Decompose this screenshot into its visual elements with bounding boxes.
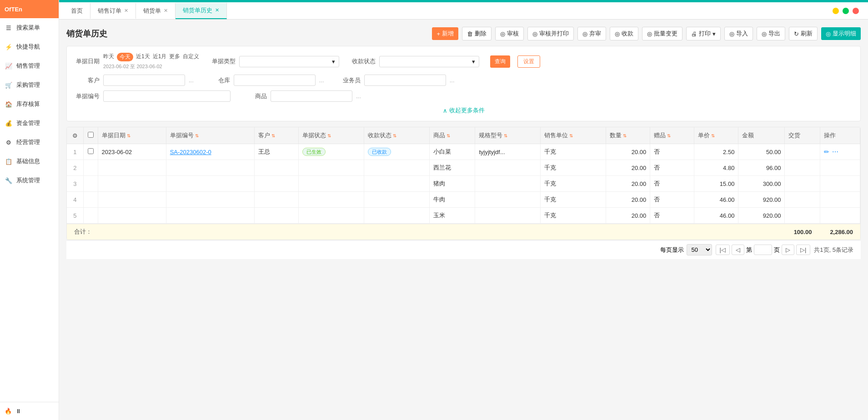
maximize-button[interactable] xyxy=(843,8,849,14)
delete-button[interactable]: 🗑 删除 xyxy=(462,27,492,40)
th-doc-no[interactable]: 单据编号⇅ xyxy=(166,127,254,144)
collect-status-select[interactable]: ▾ xyxy=(379,56,479,67)
cell-trade xyxy=(785,192,820,208)
date-btn-yesterday[interactable]: 昨天 xyxy=(103,53,114,61)
sidebar-item-quick-nav[interactable]: ⚡ 快捷导航 xyxy=(0,37,59,56)
tab-close-icon[interactable]: ✕ xyxy=(124,8,128,14)
th-collect-status[interactable]: 收款状态⇅ xyxy=(364,127,429,144)
sidebar-item-ops-mgmt[interactable]: ⚙ 经营管理 xyxy=(0,133,59,152)
th-settings[interactable]: ⚙ xyxy=(67,127,83,144)
batch-change-button[interactable]: ◎ 批量变更 xyxy=(642,27,682,40)
date-btn-today[interactable]: 今天 xyxy=(117,53,133,61)
page-number-input[interactable]: 1 xyxy=(754,245,772,255)
settings-button[interactable]: 设置 xyxy=(517,55,540,68)
cell-doc-status xyxy=(299,176,364,192)
cell-doc-no[interactable] xyxy=(166,208,254,224)
tab-sales-order[interactable]: 销售订单 ✕ xyxy=(90,3,136,19)
first-page-button[interactable]: |◁ xyxy=(716,245,730,255)
cell-collect-status xyxy=(364,192,429,208)
doc-no-input[interactable] xyxy=(103,90,231,102)
customer-input[interactable] xyxy=(103,75,185,86)
tab-home[interactable]: 首页 xyxy=(64,3,90,19)
filter-row-2: 客户 ... 仓库 ... 业务员 ... xyxy=(74,75,853,86)
salesman-input[interactable] xyxy=(364,75,446,86)
th-gift[interactable]: 赠品⇅ xyxy=(650,127,694,144)
next-page-button[interactable]: ▷ xyxy=(782,245,794,255)
tab-close-icon[interactable]: ✕ xyxy=(164,8,168,14)
customer-dots[interactable]: ... xyxy=(189,77,194,84)
close-button[interactable] xyxy=(853,8,859,14)
collapse-label: 收起更多条件 xyxy=(449,106,485,115)
date-btn-7days[interactable]: 近1天 xyxy=(136,53,150,61)
cell-doc-date xyxy=(98,192,166,208)
doc-no-link[interactable]: SA-20230602-0 xyxy=(170,149,211,155)
select-all-checkbox[interactable] xyxy=(88,132,94,138)
sidebar-item-inventory[interactable]: 🏠 库存核算 xyxy=(0,95,59,114)
sidebar-item-purchase-mgmt[interactable]: 🛒 采购管理 xyxy=(0,75,59,95)
date-btn-1month[interactable]: 近1月 xyxy=(153,53,167,61)
tab-label: 销售订单 xyxy=(98,7,121,15)
prev-page-button[interactable]: ◁ xyxy=(732,245,744,255)
tab-sales-goods[interactable]: 销货单 ✕ xyxy=(136,3,176,19)
cell-spec: tyjyjtyjdf... xyxy=(475,144,541,160)
audit-button[interactable]: ◎ 审核 xyxy=(495,27,524,40)
goods-input[interactable] xyxy=(271,90,352,102)
last-page-button[interactable]: ▷| xyxy=(796,245,810,255)
sidebar-bottom-left[interactable]: 🔥 ⏸ xyxy=(0,402,59,420)
more-icon[interactable]: ⋯ xyxy=(832,148,838,155)
row-checkbox[interactable] xyxy=(88,148,94,154)
sidebar-item-sys-mgmt[interactable]: 🔧 系统管理 xyxy=(0,171,59,190)
pagination: 每页显示 50 10 20 100 |◁ ◁ 第 1 页 ▷ ▷| 共1页, 5… xyxy=(66,240,861,259)
query-button[interactable]: 查询 xyxy=(490,55,510,68)
page-navigation: |◁ ◁ 第 1 页 ▷ ▷| xyxy=(716,245,811,255)
refresh-button[interactable]: ↻ 刷新 xyxy=(789,27,818,40)
edit-icon[interactable]: ✏ xyxy=(824,148,829,155)
cell-doc-no[interactable] xyxy=(166,192,254,208)
cell-doc-no[interactable] xyxy=(166,176,254,192)
cell-check[interactable] xyxy=(83,208,98,224)
cell-check[interactable] xyxy=(83,192,98,208)
abandon-button[interactable]: ◎ 弃审 xyxy=(577,27,606,40)
show-detail-button[interactable]: ◎ 显示明细 xyxy=(821,27,861,40)
th-customer[interactable]: 客户⇅ xyxy=(254,127,298,144)
th-sales-unit[interactable]: 销售单位⇅ xyxy=(541,127,606,144)
doc-type-label: 单据类型 xyxy=(210,57,236,65)
sidebar-item-basic-info[interactable]: 📋 基础信息 xyxy=(0,152,59,171)
page-header: 销货单历史 + 新增 🗑 删除 ◎ 审核 ◎ 审核并打印 xyxy=(66,27,861,40)
fire-icon: 🔥 xyxy=(5,408,12,415)
sidebar-item-sales-mgmt[interactable]: 📈 销售管理 xyxy=(0,56,59,75)
cell-check[interactable] xyxy=(83,144,98,160)
date-btn-more[interactable]: 更多 xyxy=(169,53,180,61)
cell-doc-no[interactable]: SA-20230602-0 xyxy=(166,144,254,160)
th-spec[interactable]: 规格型号⇅ xyxy=(475,127,541,144)
cell-gift: 否 xyxy=(650,176,694,192)
th-doc-status[interactable]: 单据状态⇅ xyxy=(299,127,364,144)
th-unit-price[interactable]: 单价⇅ xyxy=(694,127,738,144)
print-button[interactable]: 🖨 打印 ▾ xyxy=(686,27,721,40)
tab-close-icon[interactable]: ✕ xyxy=(215,7,219,13)
per-page-select[interactable]: 50 10 20 100 xyxy=(687,244,712,255)
export-button[interactable]: ◎ 导出 xyxy=(757,27,785,40)
th-doc-date[interactable]: 单据日期⇅ xyxy=(98,127,166,144)
collect-button[interactable]: ◎ 收款 xyxy=(610,27,638,40)
warehouse-input[interactable] xyxy=(234,75,316,86)
cell-doc-no[interactable] xyxy=(166,160,254,176)
cell-check[interactable] xyxy=(83,160,98,176)
audit-print-button[interactable]: ◎ 审核并打印 xyxy=(527,27,574,40)
sidebar-item-search-menu[interactable]: ☰ 搜索菜单 xyxy=(0,18,59,37)
date-btn-custom[interactable]: 自定义 xyxy=(183,53,199,61)
import-button[interactable]: ◎ 导入 xyxy=(724,27,753,40)
tab-sales-history[interactable]: 销货单历史 ✕ xyxy=(176,3,227,19)
warehouse-dots[interactable]: ... xyxy=(319,77,324,84)
salesman-dots[interactable]: ... xyxy=(450,77,455,84)
cell-check[interactable] xyxy=(83,176,98,192)
goods-dots[interactable]: ... xyxy=(356,93,361,100)
sidebar-item-fund-mgmt[interactable]: 💰 资金管理 xyxy=(0,114,59,133)
minimize-button[interactable] xyxy=(833,8,839,14)
th-check[interactable] xyxy=(83,127,98,144)
add-button[interactable]: + 新增 xyxy=(432,27,458,40)
th-goods[interactable]: 商品⇅ xyxy=(429,127,475,144)
th-qty[interactable]: 数量⇅ xyxy=(606,127,650,144)
doc-type-select[interactable]: ▾ xyxy=(239,56,339,67)
collapse-button[interactable]: ∧ 收起更多条件 xyxy=(74,106,853,115)
